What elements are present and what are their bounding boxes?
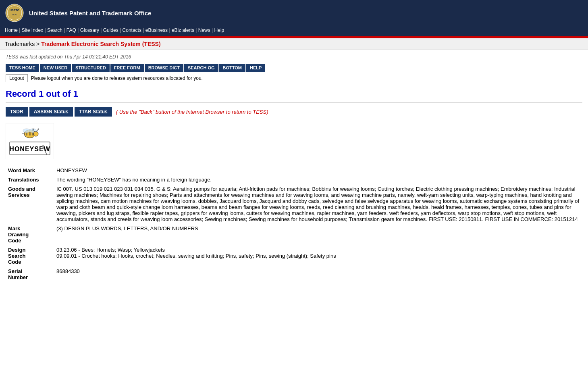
trademark-logo-container: HONEYSEW	[6, 123, 54, 159]
logout-message: Please logout when you are done to relea…	[31, 75, 203, 81]
svg-point-10	[33, 131, 38, 136]
btn-assign-status[interactable]: ASSIGN Status	[29, 107, 73, 117]
breadcrumb: Trademarks > Trademark Electronic Search…	[0, 38, 588, 50]
logout-button[interactable]: Logout	[6, 74, 28, 82]
breadcrumb-parent[interactable]: Trademarks	[5, 41, 35, 47]
svg-point-19	[42, 145, 44, 148]
logout-row: Logout Please logout when you are done t…	[6, 74, 582, 82]
nav-ebusiness[interactable]: eBusiness	[145, 27, 168, 33]
btn-new-user[interactable]: NEW USER	[40, 64, 71, 72]
word-mark-label: Word Mark	[6, 166, 54, 175]
nav-contacts[interactable]: Contacts	[123, 27, 141, 33]
btn-free-form[interactable]: FREE FORM	[110, 64, 144, 72]
nav-guides[interactable]: Guides	[103, 27, 118, 33]
goods-services-value: IC 007. US 013 019 021 023 031 034 035. …	[54, 184, 582, 224]
design-search-code-label: Design Search Code	[6, 245, 54, 267]
record-title: Record 1 out of 1	[6, 89, 582, 99]
trademark-data-table: Word Mark HONEYSEW Translations The word…	[6, 166, 582, 282]
nav-glossary[interactable]: Glossary	[80, 27, 99, 33]
main-content: TESS was last updated on Thu Apr 14 03:2…	[0, 50, 588, 286]
header-nav: Home | Site Index | Search | FAQ | Gloss…	[0, 26, 588, 36]
svg-rect-6	[29, 132, 31, 136]
svg-text:SEAL: SEAL	[12, 13, 17, 16]
goods-services-label: Goods and Services	[6, 184, 54, 224]
svg-point-13	[32, 129, 33, 130]
svg-point-8	[23, 129, 30, 133]
header-top: USPTO SEAL United States Patent and Trad…	[0, 0, 588, 26]
mark-drawing-code-label: Mark Drawing Code	[6, 224, 54, 245]
table-row-design-search-code: Design Search Code 03.23.06 - Bees; Horn…	[6, 245, 582, 267]
btn-tess-home[interactable]: TESS HOME	[6, 64, 39, 72]
nav-site-index[interactable]: Site Index	[22, 27, 43, 33]
svg-text:USPTO: USPTO	[10, 9, 20, 12]
breadcrumb-current: Trademark Electronic Search System (TESS…	[41, 41, 160, 47]
table-row-goods-services: Goods and Services IC 007. US 013 019 02…	[6, 184, 582, 224]
action-bar: TSDR ASSIGN Status TTAB Status ( Use the…	[6, 107, 582, 117]
btn-browse-dict[interactable]: BROWSE DICT	[145, 64, 183, 72]
btn-bottom[interactable]: BOTTOM	[219, 64, 245, 72]
toolbar: TESS HOME NEW USER STRUCTURED FREE FORM …	[6, 64, 582, 72]
table-row-serial-number: Serial Number 86884330	[6, 267, 582, 282]
table-row-mark-drawing-code: Mark Drawing Code (3) DESIGN PLUS WORDS,…	[6, 224, 582, 245]
table-row-translations: Translations The wording "HONEYSEW" has …	[6, 175, 582, 184]
btn-ttab-status[interactable]: TTAB Status	[75, 107, 112, 117]
nav-news[interactable]: News	[198, 27, 210, 33]
table-row-word-mark: Word Mark HONEYSEW	[6, 166, 582, 175]
nav-faq[interactable]: FAQ	[66, 27, 76, 33]
serial-number-label: Serial Number	[6, 267, 54, 282]
honeysew-logo-svg: HONEYSEW	[9, 125, 51, 157]
btn-search-og[interactable]: SEARCH OG	[184, 64, 218, 72]
divider	[6, 102, 582, 103]
uspto-logo: USPTO SEAL	[5, 3, 24, 23]
translations-value: The wording "HONEYSEW" has no meaning in…	[54, 175, 582, 184]
svg-point-0	[6, 4, 23, 22]
nav-ebiz-alerts[interactable]: eBiz alerts	[172, 27, 194, 33]
nav-search[interactable]: Search	[47, 27, 62, 33]
btn-tsdr[interactable]: TSDR	[6, 107, 28, 117]
back-note: ( Use the "Back" button of the Internet …	[116, 109, 268, 115]
nav-help[interactable]: Help	[214, 27, 224, 33]
translations-label: Translations	[6, 175, 54, 184]
serial-number-value: 86884330	[54, 267, 582, 282]
last-updated: TESS was last updated on Thu Apr 14 03:2…	[6, 54, 582, 60]
mark-drawing-code-value: (3) DESIGN PLUS WORDS, LETTERS, AND/OR N…	[54, 224, 582, 245]
nav-home[interactable]: Home	[5, 27, 18, 33]
btn-help[interactable]: HELP	[246, 64, 265, 72]
btn-structured[interactable]: STRUCTURED	[72, 64, 110, 72]
design-search-code-value: 03.23.06 - Bees; Hornets; Wasp; Yellowja…	[54, 245, 582, 267]
svg-point-15	[37, 129, 39, 130]
word-mark-value: HONEYSEW	[54, 166, 582, 175]
agency-name: United States Patent and Trademark Offic…	[29, 10, 151, 17]
